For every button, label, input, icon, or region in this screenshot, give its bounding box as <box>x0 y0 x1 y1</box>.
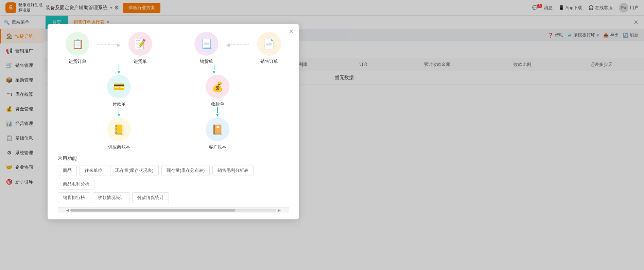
sales-bill-icon: 📃 <box>201 38 212 50</box>
purchase-bill-icon: 📝 <box>134 38 146 50</box>
node-customer-account: 📔 客户账本 <box>197 118 238 150</box>
modal-close-button[interactable]: ✕ <box>289 28 294 35</box>
cf-btn-stock-status[interactable]: 现存量(库存状况表) <box>110 165 159 176</box>
workflow-arrows-down: ▼ ▼ <box>58 65 289 75</box>
common-functions-buttons-2: 销售排行榜 收款情况统计 付款情况统计 <box>58 192 289 203</box>
scroll-left-icon[interactable]: ◀ <box>65 208 70 213</box>
node-receipt-bill: 💰 收款单 <box>197 75 238 107</box>
cf-btn-sales-rank[interactable]: 销售排行榜 <box>58 192 90 203</box>
cf-btn-receipt-stats[interactable]: 收款情况统计 <box>93 192 129 203</box>
node-purchase-bill: 📝 进货单 <box>121 32 160 65</box>
workflow-row-1: 📋 进货订单 ▶ 📝 进货单 📃 <box>58 32 289 65</box>
scrollbar-thumb <box>70 209 235 212</box>
arrow-down-payment: ▼ <box>99 107 139 118</box>
workflow-modal: ✕ 📋 进货订单 ▶ 📝 进货单 <box>48 24 299 219</box>
workflow-row-3: 📒 供应商账本 📔 客户账本 <box>58 118 289 150</box>
cf-btn-product-margin[interactable]: 商品毛利分析 <box>58 179 94 190</box>
cf-btn-counterpart[interactable]: 往来单位 <box>80 165 107 176</box>
node-supplier-account: 📒 供应商账本 <box>99 118 139 150</box>
cf-btn-stock-dist[interactable]: 现存量(库存分布表) <box>161 165 210 176</box>
payment-bill-icon: 💳 <box>113 81 125 92</box>
scroll-right-icon[interactable]: ▶ <box>276 208 282 213</box>
workflow-diagram: 📋 进货订单 ▶ 📝 进货单 📃 <box>58 32 289 150</box>
node-sales-order: 📄 销售订单 <box>249 32 289 65</box>
arrow-down-purchase: ▼ <box>99 65 139 75</box>
common-functions: 常用功能 商品 往来单位 现存量(库存状况表) 现存量(库存分布表) 销售毛利分… <box>58 156 289 203</box>
node-sales-bill: 📃 销货单 <box>187 32 226 65</box>
cf-btn-payment-stats[interactable]: 付款情况统计 <box>132 192 169 203</box>
arrow-down-sales: ▼ <box>194 65 234 75</box>
arrow-right-1: ▶ <box>98 42 121 48</box>
arrow-left-1: ◀ <box>226 42 249 48</box>
workflow-arrows-down-2: ▼ ▼ <box>58 107 289 118</box>
common-functions-buttons: 商品 往来单位 现存量(库存状况表) 现存量(库存分布表) 销售毛利分析表 商品… <box>58 165 289 190</box>
purchase-order-icon: 📋 <box>72 38 84 50</box>
cf-btn-sales-margin[interactable]: 销售毛利分析表 <box>212 165 254 176</box>
cf-btn-product[interactable]: 商品 <box>58 165 77 176</box>
node-purchase-order: 📋 进货订单 <box>58 32 98 65</box>
workflow-row-2: 💳 付款单 💰 收款单 <box>58 75 289 107</box>
receipt-bill-icon: 💰 <box>212 81 224 92</box>
arrow-down-receipt: ▼ <box>197 107 238 118</box>
scrollbar-track[interactable] <box>70 209 276 212</box>
common-functions-title: 常用功能 <box>58 156 289 162</box>
modal-scrollbar: ◀ ▶ <box>58 207 289 213</box>
supplier-account-icon: 📒 <box>113 124 125 135</box>
node-payment-bill: 💳 付款单 <box>99 75 139 107</box>
customer-account-icon: 📔 <box>212 124 224 135</box>
sales-order-icon: 📄 <box>263 38 275 50</box>
